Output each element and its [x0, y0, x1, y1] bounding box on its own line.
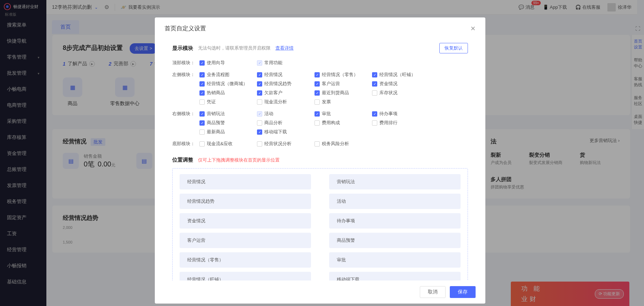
position-section-head: 位置调整 仅可上下拖拽调整模块在首页的显示位置: [172, 157, 468, 163]
checkbox-option[interactable]: 现金流分析: [257, 97, 315, 106]
checkbox-option[interactable]: 经营状况分析: [257, 139, 315, 148]
checkbox-option[interactable]: ✓经营情况: [257, 70, 315, 79]
section-title: 位置调整: [172, 157, 193, 163]
drag-item[interactable]: 经营情况: [180, 174, 311, 189]
drag-item[interactable]: 经营情况（旺铺）: [180, 272, 311, 281]
checkbox-icon: ✓: [257, 60, 262, 66]
checkbox-option[interactable]: 税务风险分析: [315, 139, 372, 148]
checkbox-option[interactable]: ✓使用向导: [199, 58, 257, 67]
checkbox-row: 右侧模块：✓营销玩法✓活动✓审批✓待办事项✓商品预警商品分析费用构成费用排行最新…: [172, 109, 468, 136]
section-sub: 仅可上下拖拽调整模块在首页的显示位置: [198, 157, 280, 163]
drag-area: 经营情况经营情况趋势资金情况客户运营经营情况（零售）经营情况（旺铺） 营销玩法活…: [172, 168, 468, 281]
checkbox-icon: ✓: [199, 60, 205, 66]
checkbox-icon: ✓: [372, 81, 377, 87]
row-label: 右侧模块：: [172, 109, 199, 117]
checkbox-option[interactable]: 现金流&应收: [199, 139, 257, 148]
row-label: 顶部模块：: [172, 58, 199, 66]
modal-body: 显示模块 无法勾选时，请联系管理员开启权限 查看详情 恢复默认 顶部模块：✓使用…: [155, 39, 485, 281]
drag-item[interactable]: 经营情况（零售）: [180, 252, 311, 268]
section-title: 显示模块: [172, 45, 193, 52]
checkbox-icon: [257, 141, 262, 147]
modal-footer: 取消 保存: [155, 281, 485, 304]
restore-default-button[interactable]: 恢复默认: [439, 43, 468, 53]
checkbox-icon: ✓: [315, 90, 320, 96]
save-button[interactable]: 保存: [450, 286, 476, 298]
drag-item[interactable]: 移动端下载: [329, 272, 461, 281]
checkbox-option[interactable]: ✓商品预警: [199, 118, 257, 127]
checkbox-icon: ✓: [199, 81, 205, 87]
drag-item[interactable]: 待办事项: [329, 213, 461, 229]
modal-overlay[interactable]: 首页自定义设置 ✕ 显示模块 无法勾选时，请联系管理员开启权限 查看详情 恢复默…: [0, 0, 644, 306]
drag-item[interactable]: 审批: [329, 252, 461, 268]
checkbox-icon: ✓: [257, 81, 262, 87]
checkbox-icon: ✓: [315, 111, 320, 117]
checkbox-option[interactable]: ✓欠款客户: [257, 88, 315, 97]
checkbox-option[interactable]: 商品分析: [257, 118, 315, 127]
checkbox-icon: ✓: [199, 72, 205, 77]
checkbox-icon: ✓: [257, 129, 262, 135]
checkbox-icon: [257, 99, 262, 105]
checkbox-option[interactable]: 费用构成: [315, 118, 372, 127]
row-label: 底部模块：: [172, 139, 199, 147]
checkbox-option[interactable]: ✓热销商品: [199, 88, 257, 97]
checkbox-option[interactable]: 最新商品: [199, 127, 257, 136]
checkbox-option[interactable]: ✓经营情况趋势: [257, 79, 315, 88]
checkbox-row: 顶部模块：✓使用向导✓常用功能: [172, 58, 468, 67]
checkbox-option[interactable]: ✓移动端下载: [257, 127, 315, 136]
section-sub: 无法勾选时，请联系管理员开启权限: [198, 45, 271, 51]
checkbox-icon: [257, 120, 262, 126]
checkbox-icon: [315, 141, 320, 147]
checkbox-icon: [372, 120, 377, 126]
checkbox-icon: [199, 99, 205, 105]
checkbox-option[interactable]: 发票: [315, 97, 372, 106]
drag-item[interactable]: 客户运营: [180, 233, 311, 248]
row-label: 左侧模块：: [172, 70, 199, 78]
checkbox-icon: [199, 141, 205, 147]
checkbox-option[interactable]: ✓业务流程图: [199, 70, 257, 79]
close-icon[interactable]: ✕: [470, 25, 476, 32]
checkbox-icon: ✓: [315, 81, 320, 87]
checkbox-icon: [372, 90, 377, 96]
checkbox-option[interactable]: 费用排行: [372, 118, 430, 127]
drag-item[interactable]: 商品预警: [329, 233, 461, 248]
settings-modal: 首页自定义设置 ✕ 显示模块 无法勾选时，请联系管理员开启权限 查看详情 恢复默…: [155, 17, 485, 304]
checkbox-row: 底部模块：现金流&应收经营状况分析税务风险分析: [172, 139, 468, 148]
checkbox-icon: [315, 120, 320, 126]
drag-item[interactable]: 资金情况: [180, 213, 311, 229]
checkbox-icon: ✓: [372, 72, 377, 77]
checkbox-icon: ✓: [257, 111, 262, 117]
checkbox-option[interactable]: ✓审批: [315, 109, 372, 118]
drag-item[interactable]: 活动: [329, 194, 461, 209]
checkbox-option[interactable]: ✓资金情况: [372, 79, 430, 88]
modal-header: 首页自定义设置 ✕: [155, 17, 485, 39]
checkbox-icon: ✓: [372, 111, 377, 117]
modal-title: 首页自定义设置: [165, 24, 206, 32]
checkbox-icon: ✓: [199, 90, 205, 96]
checkbox-row: 左侧模块：✓业务流程图✓经营情况✓经营情况（零售）✓经营情况（旺铺）✓经营情况（…: [172, 70, 468, 106]
checkbox-option[interactable]: 凭证: [199, 97, 257, 106]
checkbox-icon: [199, 129, 205, 135]
drag-item[interactable]: 营销玩法: [329, 174, 461, 189]
checkbox-option: ✓活动: [257, 109, 315, 118]
checkbox-icon: ✓: [199, 120, 205, 126]
detail-link[interactable]: 查看详情: [275, 45, 294, 51]
checkbox-icon: ✓: [315, 72, 320, 77]
checkbox-option[interactable]: ✓待办事项: [372, 109, 430, 118]
checkbox-option[interactable]: ✓经营情况（旺铺）: [372, 70, 430, 79]
checkbox-option[interactable]: ✓客户运营: [315, 79, 372, 88]
checkbox-icon: [315, 99, 320, 105]
checkbox-icon: ✓: [199, 111, 205, 117]
checkbox-option[interactable]: 库存状况: [372, 88, 430, 97]
display-section-head: 显示模块 无法勾选时，请联系管理员开启权限 查看详情 恢复默认: [172, 43, 468, 53]
checkbox-option[interactable]: ✓营销玩法: [199, 109, 257, 118]
cancel-button[interactable]: 取消: [420, 286, 446, 298]
checkbox-option: ✓常用功能: [257, 58, 315, 67]
checkbox-option[interactable]: ✓经营情况（微商城）: [199, 79, 257, 88]
checkbox-option[interactable]: ✓最近到货商品: [315, 88, 372, 97]
checkbox-icon: ✓: [257, 72, 262, 77]
checkbox-option[interactable]: ✓经营情况（零售）: [315, 70, 372, 79]
checkbox-icon: ✓: [257, 90, 262, 96]
drag-item[interactable]: 经营情况趋势: [180, 194, 311, 209]
